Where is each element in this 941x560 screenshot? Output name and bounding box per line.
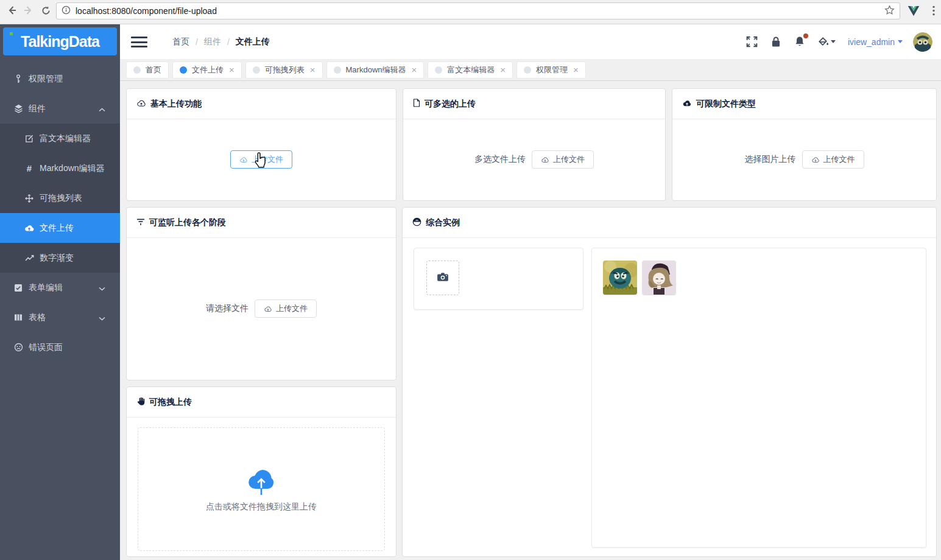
breadcrumb-separator: / — [227, 37, 230, 47]
tab-label: 权限管理 — [536, 65, 568, 75]
multi-upload-label: 多选文件上传 — [474, 154, 526, 165]
breadcrumb-components[interactable]: 组件 — [204, 37, 221, 47]
breadcrumb-home[interactable]: 首页 — [172, 37, 189, 47]
upload-button-label: 上传文件 — [553, 154, 585, 165]
notification-bell-icon[interactable] — [793, 35, 806, 49]
listen-upload-label: 请选择文件 — [206, 303, 248, 314]
tab-dot — [435, 66, 442, 74]
theme-switch-icon[interactable] — [817, 35, 837, 49]
browser-forward-icon[interactable] — [22, 4, 35, 17]
tab-rich-text-editor[interactable]: 富文本编辑器 × — [428, 61, 513, 79]
browser-back-icon[interactable] — [5, 4, 18, 17]
sidebar-item-table[interactable]: 表格 — [0, 303, 120, 332]
funnel-icon — [136, 218, 145, 228]
sidebar-item-draggable-list[interactable]: 可拖拽列表 — [0, 183, 120, 213]
uploaded-gallery-panel — [591, 248, 926, 548]
uploaded-image-monster[interactable] — [603, 261, 637, 295]
uploaded-image-girl[interactable] — [642, 261, 676, 295]
chevron-down-icon — [99, 313, 105, 323]
tab-dot — [180, 66, 187, 74]
card-title: 可监听上传各个阶段 — [149, 217, 226, 228]
site-info-icon[interactable] — [62, 5, 71, 17]
sidebar-item-label: 权限管理 — [29, 74, 63, 85]
close-icon[interactable]: × — [573, 65, 579, 74]
sidebar-item-error-pages[interactable]: 错误页面 — [0, 332, 120, 362]
sidebar-item-auth[interactable]: 权限管理 — [0, 64, 120, 94]
user-menu[interactable]: iview_admin — [848, 37, 903, 47]
card-multi-upload: 可多选的上传 多选文件上传 上传文件 — [403, 88, 666, 201]
upload-button-label: 上传文件 — [252, 154, 283, 165]
cloud-upload-filled-icon — [682, 99, 692, 109]
username: iview_admin — [848, 37, 895, 47]
card-title: 可拖拽上传 — [149, 397, 192, 408]
sidebar-item-label: 数字渐变 — [40, 253, 74, 264]
breadcrumb: 首页 / 组件 / 文件上传 — [172, 24, 270, 59]
restrict-upload-label: 选择图片上传 — [745, 154, 796, 165]
move-icon — [24, 194, 34, 203]
cloud-upload-outline-icon — [136, 99, 146, 109]
lock-icon[interactable] — [769, 35, 783, 49]
camera-icon — [437, 272, 449, 284]
tab-draggable-list[interactable]: 可拖拽列表 × — [245, 61, 323, 79]
sidebar-item-rich-text-editor[interactable]: 富文本编辑器 — [0, 124, 120, 153]
upload-button-label: 上传文件 — [276, 303, 308, 314]
fullscreen-icon[interactable] — [745, 35, 759, 49]
chevron-down-icon — [99, 283, 105, 293]
avatar[interactable] — [913, 32, 932, 52]
card-drag-upload: 可拖拽上传 点击或将文件拖拽到这里上传 — [126, 387, 396, 557]
sad-face-icon — [13, 343, 23, 352]
sidebar-item-markdown-editor[interactable]: # Markdown编辑器 — [0, 153, 120, 183]
tab-file-upload[interactable]: 文件上传 × — [172, 61, 242, 79]
avatar-upload-panel — [414, 248, 583, 310]
sidebar-item-label: 富文本编辑器 — [40, 133, 91, 144]
upload-file-button[interactable]: 上传文件 — [255, 299, 317, 318]
tab-auth[interactable]: 权限管理 × — [516, 61, 586, 79]
pound-icon: # — [24, 164, 34, 173]
tab-markdown-editor[interactable]: Markdown编辑器 × — [326, 61, 425, 79]
card-restrict-type: 可限制文件类型 选择图片上传 上传文件 — [672, 88, 937, 201]
breadcrumb-current: 文件上传 — [236, 37, 270, 47]
app-logo[interactable]: TalkingData — [3, 27, 117, 55]
tab-home[interactable]: 首页 — [126, 61, 169, 79]
sidebar-item-label: 表单编辑 — [29, 282, 63, 293]
sidebar-item-label: 文件上传 — [40, 223, 74, 234]
card-title: 可多选的上传 — [425, 99, 476, 110]
upload-button-label: 上传文件 — [823, 154, 855, 165]
drop-hint-text: 点击或将文件拖拽到这里上传 — [206, 502, 317, 513]
tab-label: 首页 — [146, 65, 161, 75]
sidebar-item-label: 可拖拽列表 — [40, 193, 82, 204]
close-icon[interactable]: × — [310, 65, 315, 74]
sidebar-item-file-upload[interactable]: 文件上传 — [0, 213, 120, 243]
close-icon[interactable]: × — [229, 65, 234, 74]
url-text[interactable]: localhost:8080/component/file-upload — [76, 6, 884, 16]
photo-upload-placeholder[interactable] — [426, 261, 459, 295]
close-icon[interactable]: × — [500, 65, 506, 74]
open-tabs-bar: 首页 文件上传 × 可拖拽列表 × Markdown编辑器 × 富文本编辑器 ×… — [120, 59, 941, 81]
address-bar[interactable]: localhost:8080/component/file-upload — [56, 2, 900, 19]
tab-label: Markdown编辑器 — [346, 65, 406, 75]
cloud-upload-large-icon — [245, 466, 278, 498]
bookmark-star-icon[interactable] — [884, 5, 895, 18]
upload-file-button[interactable]: 上传文件 — [230, 150, 292, 169]
sidebar-item-label: 错误页面 — [29, 342, 63, 353]
sidebar: TalkingData 权限管理 组件 富文本编辑器 — [0, 24, 120, 560]
menu-toggle-icon[interactable] — [131, 37, 147, 47]
sidebar-item-number-gradient[interactable]: 数字渐变 — [0, 243, 120, 273]
sidebar-item-components[interactable]: 组件 — [0, 94, 120, 124]
document-icon — [413, 99, 420, 109]
notification-badge — [803, 33, 808, 38]
browser-menu-icon[interactable] — [927, 4, 940, 17]
layers-icon — [13, 104, 23, 114]
browser-refresh-icon[interactable] — [39, 4, 52, 17]
drag-drop-zone[interactable]: 点击或将文件拖拽到这里上传 — [138, 427, 385, 551]
tab-label: 富文本编辑器 — [447, 65, 495, 75]
main-content: 基本上传功能 上传文件 可多选的上传 多选文件上传 上传文件 — [120, 81, 941, 560]
logo-accent — [10, 32, 13, 35]
close-icon[interactable]: × — [412, 65, 417, 74]
upload-file-button[interactable]: 上传文件 — [532, 150, 594, 169]
card-basic-upload: 基本上传功能 上传文件 — [126, 88, 396, 201]
vue-devtools-icon[interactable] — [907, 4, 920, 18]
sidebar-item-form-edit[interactable]: 表单编辑 — [0, 273, 120, 303]
sidebar-item-label: Markdown编辑器 — [40, 163, 105, 174]
upload-file-button[interactable]: 上传文件 — [802, 150, 864, 169]
